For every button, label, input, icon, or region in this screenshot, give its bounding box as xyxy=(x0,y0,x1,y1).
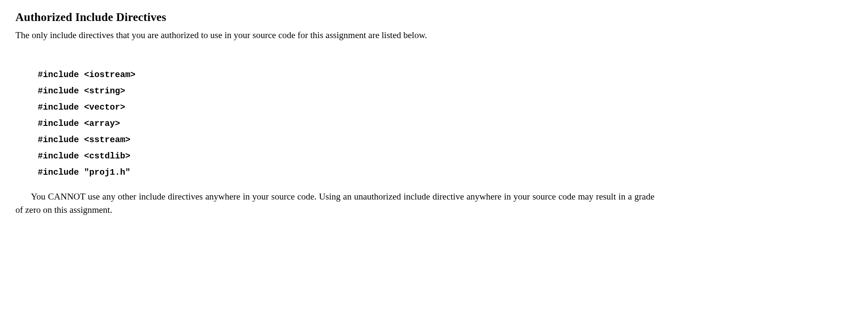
section-heading: Authorized Include Directives xyxy=(15,11,853,24)
code-line: #include <cstdlib> xyxy=(38,151,130,161)
code-line: #include <vector> xyxy=(38,102,125,112)
code-line: #include <string> xyxy=(38,86,125,96)
code-include-list: #include <iostream> #include <string> #i… xyxy=(38,51,853,181)
code-line: #include <array> xyxy=(38,119,120,128)
code-line: #include <iostream> xyxy=(38,70,136,80)
code-line: #include <sstream> xyxy=(38,135,130,145)
warning-text: You CANNOT use any other include directi… xyxy=(15,191,654,215)
intro-paragraph: The only include directives that you are… xyxy=(15,29,853,41)
code-line: #include "proj1.h" xyxy=(38,167,130,177)
warning-paragraph: You CANNOT use any other include directi… xyxy=(15,190,654,216)
